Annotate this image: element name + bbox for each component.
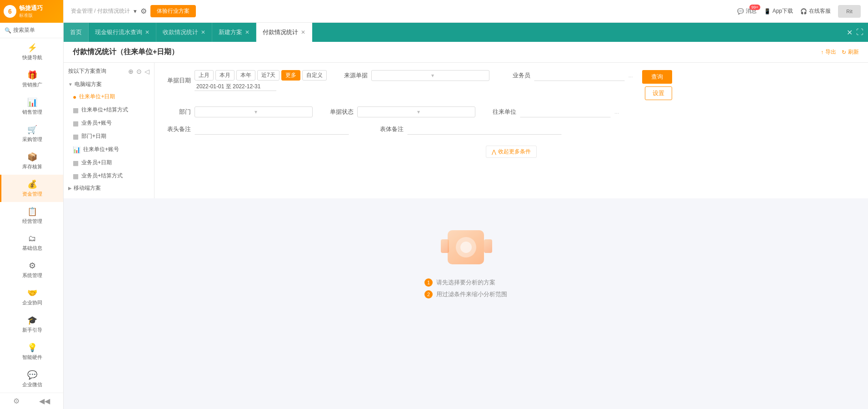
export-btn[interactable]: ↑ 导出	[821, 48, 836, 56]
sidebar-item-inventory[interactable]: 📦 库存核算	[0, 147, 63, 175]
sidebar-item-purchase[interactable]: 🛒 采购管理	[0, 120, 63, 147]
header-right: 💬 消息 99+ 📱 App下载 🎧 在线客服 Rit	[737, 5, 861, 18]
sidebar-item-enterprise[interactable]: 🤝 企业协同	[0, 283, 63, 311]
add-scheme-icon[interactable]: ⊕	[128, 68, 134, 75]
sidebar-search-btn[interactable]: 🔍 搜索菜单	[0, 23, 63, 38]
empty-text-list: 1 请先选择要分析的方案 2 用过滤条件来缩小分析范围	[424, 278, 507, 302]
breadcrumb-dropdown-icon[interactable]: ▾	[134, 8, 137, 15]
scheme-item-staff-account[interactable]: ▦ 业务员+账号	[64, 116, 154, 130]
date-btn-last-month[interactable]: 上月	[195, 70, 214, 81]
select-arrow-icon: ▾	[417, 109, 471, 115]
tab-new-plan-close-icon[interactable]: ✕	[245, 29, 249, 35]
sidebar-footer: ⚙ ◀◀	[0, 393, 63, 409]
scheme-active-icon: ●	[73, 93, 76, 101]
scheme-item-label: 往来单位+结算方式	[81, 106, 128, 114]
scheme-panel-title: 按以下方案查询	[68, 67, 106, 75]
header-settings-icon[interactable]: ⚙	[140, 7, 147, 15]
salesperson-field: 业务员 ...	[499, 70, 633, 81]
settings-footer-icon[interactable]: ⚙	[13, 397, 20, 405]
notifications-badge: 99+	[749, 5, 760, 10]
scheme-item-partner-account[interactable]: 📊 往来单位+账号	[64, 143, 154, 156]
table-header-note-input[interactable]	[195, 124, 349, 135]
collapse-label: 收起更多条件	[498, 148, 531, 156]
sidebar-item-newbie[interactable]: 🎓 新手引导	[0, 311, 63, 338]
scheme-item-partner-date[interactable]: ● 往来单位+日期	[64, 90, 154, 103]
tab-expand-icon[interactable]: ⛶	[856, 28, 863, 36]
sidebar-item-hardware[interactable]: 💡 智能硬件	[0, 338, 63, 365]
date-btn-custom[interactable]: 自定义	[302, 70, 327, 81]
sidebar-item-marketing[interactable]: 🎁 营销推广	[0, 66, 63, 93]
empty-step-2: 2 用过滤条件来缩小分析范围	[424, 290, 507, 298]
user-avatar[interactable]: Rit	[838, 5, 861, 18]
settings-btn[interactable]: 设置	[645, 86, 672, 100]
date-btn-more[interactable]: 更多	[281, 70, 300, 81]
table-body-note-input[interactable]	[407, 124, 562, 135]
empty-step-1: 1 请先选择要分析的方案	[424, 278, 507, 287]
scheme-item-staff-settlement[interactable]: ▦ 业务员+结算方式	[64, 169, 154, 182]
quick-nav-icon: ⚡	[27, 43, 37, 53]
voucher-status-select[interactable]: ▾	[357, 106, 475, 117]
date-btn-this-year[interactable]: 本年	[236, 70, 255, 81]
query-btn[interactable]: 查询	[642, 70, 672, 84]
refresh-btn[interactable]: ↻ 刷新	[842, 48, 859, 56]
tab-receipts[interactable]: 收款情况统计 ✕	[156, 23, 212, 42]
collapse-sidebar-icon[interactable]: ◀◀	[39, 397, 50, 405]
scheme-item-label: 往来单位+账号	[83, 146, 119, 153]
scheme-item-staff-date[interactable]: ▦ 业务员+日期	[64, 156, 154, 169]
scheme-icon: ▦	[73, 120, 79, 127]
sidebar-item-label: 新手引导	[22, 327, 42, 333]
sidebar-item-label: 库存核算	[22, 163, 42, 170]
settings-scheme-icon[interactable]: ⊙	[136, 68, 142, 75]
collapse-scheme-icon[interactable]: ◁	[145, 68, 150, 75]
department-select[interactable]: ▾	[195, 106, 313, 117]
scheme-panel: 按以下方案查询 ⊕ ⊙ ◁ ▼ 电脑端方案 ● 往来单位+日期	[64, 63, 155, 198]
tab-cashflow-label: 现金银行流水查询	[95, 28, 142, 36]
sidebar-item-operation[interactable]: 📋 经营管理	[0, 202, 63, 229]
scheme-group-desktop-header[interactable]: ▼ 电脑端方案	[64, 79, 154, 90]
tab-cashflow-close-icon[interactable]: ✕	[145, 29, 150, 35]
sidebar-item-base[interactable]: 🗂 基础信息	[0, 229, 63, 256]
source-voucher-select[interactable]: ▾	[371, 70, 489, 81]
app-download-btn[interactable]: 📱 App下载	[764, 7, 793, 15]
scheme-item-partner-settlement[interactable]: ▦ 往来单位+结算方式	[64, 103, 154, 116]
filter-row-3: 表头备注 表体备注	[164, 124, 859, 135]
tab-receipts-close-icon[interactable]: ✕	[201, 29, 205, 35]
sidebar-item-sales[interactable]: 📊 销售管理	[0, 93, 63, 120]
sidebar-item-quick-nav[interactable]: ⚡ 快捷导航	[0, 38, 63, 66]
scheme-item-dept-date[interactable]: ▦ 部门+日期	[64, 130, 154, 143]
wechat-icon: 💬	[27, 370, 37, 380]
table-body-note-field: 表体备注	[376, 124, 562, 135]
date-range-input[interactable]	[195, 82, 276, 91]
partner-input[interactable]	[520, 106, 611, 117]
sidebar-header: 6 畅捷通巧 标准版	[0, 0, 63, 23]
tab-new-plan-label: 新建方案	[219, 28, 242, 36]
tab-payment-stats-close-icon[interactable]: ✕	[301, 29, 305, 35]
collapse-more-btn[interactable]: ⋀ 收起更多条件	[486, 146, 537, 158]
date-btn-7days[interactable]: 近7天	[257, 70, 279, 81]
scheme-group-mobile-header[interactable]: ▶ 移动端方案	[64, 182, 154, 194]
table-header-note-label: 表头备注	[164, 125, 191, 133]
scheme-item-label: 业务员+结算方式	[81, 172, 123, 180]
sidebar-item-funds[interactable]: 💰 资金管理	[0, 175, 63, 202]
headset-icon: 🎧	[800, 8, 807, 15]
voucher-status-label: 单据状态	[322, 108, 354, 116]
partner-more-icon[interactable]: ...	[614, 109, 619, 115]
sidebar-item-system[interactable]: ⚙ 系统管理	[0, 256, 63, 283]
sidebar-item-wechat[interactable]: 💬 企业微信	[0, 365, 63, 393]
empty-step-1-text: 请先选择要分析的方案	[436, 278, 495, 287]
date-buttons: 上月 本月 本年 近7天 更多 自定义	[195, 70, 327, 81]
tab-new-plan[interactable]: 新建方案 ✕	[212, 23, 256, 42]
salesperson-input[interactable]	[534, 70, 625, 81]
partner-label: 往来单位	[484, 108, 516, 116]
tab-home[interactable]: 首页	[64, 23, 89, 42]
online-service-btn[interactable]: 🎧 在线客服	[800, 7, 831, 15]
salesperson-more-icon[interactable]: ...	[629, 72, 633, 79]
notifications-btn[interactable]: 💬 消息 99+	[737, 7, 757, 15]
date-btn-this-month[interactable]: 本月	[215, 70, 234, 81]
tab-payment-stats[interactable]: 付款情况统计 ✕	[256, 23, 312, 42]
tab-close-all-icon[interactable]: ✕	[847, 28, 853, 37]
trial-btn[interactable]: 体验行业方案	[150, 5, 196, 17]
scheme-icon: ▦	[73, 133, 79, 140]
tab-cashflow[interactable]: 现金银行流水查询 ✕	[89, 23, 156, 42]
group-arrow-icon: ▼	[68, 82, 73, 87]
